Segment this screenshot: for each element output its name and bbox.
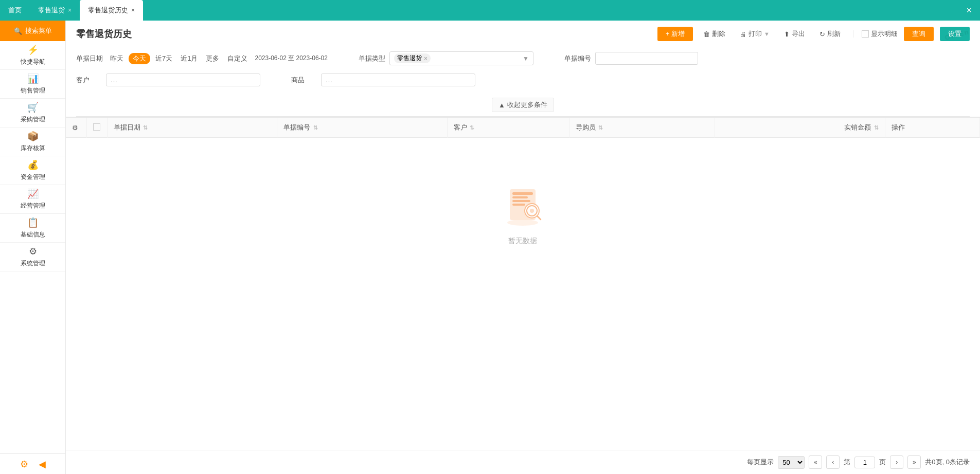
sidebar-item-basic-info[interactable]: 📋 基础信息: [0, 214, 65, 243]
customer-filter: 客户: [76, 74, 260, 86]
table-settings-col[interactable]: ⚙: [66, 118, 86, 138]
collapse-button[interactable]: ▲ 收起更多条件: [492, 98, 554, 112]
date-btn-more[interactable]: 更多: [203, 53, 222, 64]
toolbar-divider: [853, 30, 853, 38]
tab-retail-return-history[interactable]: 零售退货历史 ×: [80, 0, 143, 21]
empty-state-cell: 暂无数据: [66, 138, 980, 287]
main-content: 零售退货历史 + 新增 🗑 删除 🖨 打印 ▼ ⬆: [66, 21, 980, 474]
delete-button[interactable]: 🗑 删除: [699, 27, 729, 41]
sidebar-item-quick-nav[interactable]: ⚡ 快捷导航: [0, 41, 65, 70]
export-button[interactable]: ⬆ 导出: [780, 27, 809, 41]
page-title: 零售退货历史: [76, 28, 132, 40]
first-page-button[interactable]: «: [809, 455, 822, 469]
purchase-mgmt-icon: 🛒: [27, 102, 39, 113]
date-btn-custom[interactable]: 自定义: [224, 53, 251, 64]
svg-rect-3: [512, 196, 528, 198]
pagination-bar: 每页显示 50 10 20 100 « ‹ 第 页 › » 共0页, 0条记录: [66, 450, 980, 474]
date-btn-yesterday[interactable]: 昨天: [107, 53, 127, 64]
tab-home[interactable]: 首页: [0, 0, 30, 21]
tab-retail-return-close[interactable]: ×: [68, 7, 72, 14]
sidebar-item-system-mgmt[interactable]: ⚙ 系统管理: [0, 243, 65, 271]
doc-number-input[interactable]: [595, 52, 698, 65]
filter-row-1: 单据日期 昨天 今天 近7天 近1月 更多 自定义 2023-06-02 至 2…: [76, 47, 970, 68]
query-button[interactable]: 查询: [904, 27, 934, 41]
collapse-row: ▲ 收起更多条件: [76, 96, 970, 116]
top-bar-right: ×: [966, 5, 980, 16]
data-table: ⚙ 单据日期 ⇅ 单据编号 ⇅: [66, 118, 980, 287]
col-doc-number[interactable]: 单据编号 ⇅: [277, 118, 448, 138]
display-detail-checkbox[interactable]: [862, 30, 869, 38]
sidebar-item-operations[interactable]: 📈 经营管理: [0, 185, 65, 214]
sidebar-search-label: 搜索菜单: [25, 26, 52, 35]
doc-type-label: 单据类型: [359, 54, 385, 63]
last-page-button[interactable]: »: [907, 455, 921, 469]
empty-text: 暂无数据: [508, 236, 537, 246]
tab-retail-return-history-close[interactable]: ×: [131, 7, 135, 14]
sidebar-item-inventory[interactable]: 📦 库存核算: [0, 127, 65, 156]
empty-icon: [497, 179, 548, 230]
settings-button[interactable]: 设置: [940, 27, 970, 41]
per-page-label: 每页显示: [747, 458, 774, 467]
add-button[interactable]: + 新增: [657, 27, 693, 41]
doc-number-filter: 单据编号: [564, 52, 698, 65]
sidebar-item-quick-nav-label: 快捷导航: [21, 58, 45, 66]
col-customer[interactable]: 客户 ⇅: [447, 118, 569, 138]
doc-type-tag-remove[interactable]: ×: [424, 55, 427, 62]
date-btn-today[interactable]: 今天: [129, 53, 150, 64]
page-number-input[interactable]: [854, 457, 875, 468]
prev-page-button[interactable]: ‹: [826, 455, 840, 469]
sidebar-item-finance-label: 资金管理: [21, 173, 45, 181]
sales-mgmt-icon: 📊: [27, 73, 39, 84]
next-page-button[interactable]: ›: [890, 455, 903, 469]
doc-type-select[interactable]: 零售退货 × ▼: [389, 51, 533, 65]
display-detail-toggle[interactable]: 显示明细: [862, 29, 898, 39]
sidebar-menu-button[interactable]: ◀: [39, 459, 46, 470]
empty-state: 暂无数据: [66, 138, 980, 287]
date-btn-last1month[interactable]: 近1月: [177, 53, 201, 64]
svg-rect-2: [512, 192, 533, 195]
sidebar-search-button[interactable]: 🔍 搜索菜单: [0, 21, 65, 41]
col-doc-number-sort[interactable]: ⇅: [313, 124, 318, 131]
filter-area: 单据日期 昨天 今天 近7天 近1月 更多 自定义 2023-06-02 至 2…: [76, 47, 970, 117]
col-doc-date[interactable]: 单据日期 ⇅: [107, 118, 277, 138]
doc-type-select-arrow: ▼: [523, 55, 529, 62]
goods-filter: 商品: [291, 74, 475, 86]
export-icon: ⬆: [784, 30, 790, 38]
inventory-icon: 📦: [27, 131, 39, 142]
window-close-button[interactable]: ×: [966, 5, 972, 16]
customer-input[interactable]: [106, 74, 260, 86]
col-guide[interactable]: 导购员 ⇅: [569, 118, 715, 138]
col-customer-sort[interactable]: ⇅: [470, 124, 474, 131]
sidebar-item-finance[interactable]: 💰 资金管理: [0, 156, 65, 185]
svg-rect-4: [512, 200, 530, 202]
tab-retail-return[interactable]: 零售退货 ×: [30, 0, 80, 21]
system-mgmt-icon: ⚙: [29, 246, 37, 257]
refresh-icon: ↻: [819, 30, 825, 38]
date-range-display[interactable]: 2023-06-02 至 2023-06-02: [255, 54, 327, 63]
sidebar-item-sales-mgmt[interactable]: 📊 销售管理: [0, 70, 65, 99]
goods-input[interactable]: [321, 74, 475, 86]
sidebar-item-sales-mgmt-label: 销售管理: [21, 86, 45, 95]
sidebar-item-purchase-mgmt[interactable]: 🛒 采购管理: [0, 99, 65, 127]
doc-number-label: 单据编号: [564, 54, 591, 63]
col-guide-sort[interactable]: ⇅: [598, 124, 603, 131]
filter-row-2: 客户 商品: [76, 74, 970, 90]
table-header: ⚙ 单据日期 ⇅ 单据编号 ⇅: [66, 118, 980, 138]
sidebar-item-operations-label: 经营管理: [21, 202, 45, 210]
finance-icon: 💰: [27, 159, 39, 171]
col-actual-amount[interactable]: 实销金额 ⇅: [715, 118, 885, 138]
per-page-select[interactable]: 50 10 20 100: [778, 456, 805, 469]
sidebar-item-inventory-label: 库存核算: [21, 144, 45, 153]
sidebar-settings-button[interactable]: ⚙: [20, 459, 28, 470]
date-btn-last7[interactable]: 近7天: [152, 53, 175, 64]
top-bar: 首页 零售退货 × 零售退货历史 × ×: [0, 0, 980, 21]
basic-info-icon: 📋: [27, 217, 39, 228]
table-checkbox-col[interactable]: [86, 118, 107, 138]
table-select-all-checkbox[interactable]: [93, 123, 100, 131]
col-doc-date-sort[interactable]: ⇅: [143, 124, 148, 131]
table-settings-icon[interactable]: ⚙: [72, 124, 78, 132]
table-header-row: ⚙ 单据日期 ⇅ 单据编号 ⇅: [66, 118, 980, 138]
col-actual-amount-sort[interactable]: ⇅: [874, 124, 879, 131]
print-button[interactable]: 🖨 打印 ▼: [736, 27, 774, 41]
refresh-button[interactable]: ↻ 刷新: [815, 27, 845, 41]
